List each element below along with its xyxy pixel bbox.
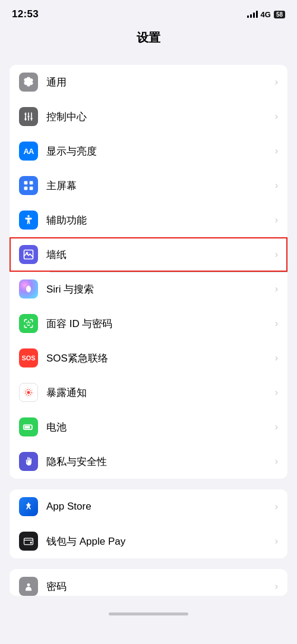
svg-point-24 [30, 542, 32, 544]
item-label-dianche: 电池 [46, 420, 275, 434]
exposure-icon [19, 383, 38, 402]
item-label-tongyong: 通用 [46, 76, 275, 89]
accessibility-icon [19, 211, 38, 230]
siri-icon [19, 279, 38, 299]
item-label-wallet: 钱包与 Apple Pay [46, 535, 275, 548]
settings-item-kongzhi[interactable]: 控制中心 › [10, 99, 287, 134]
item-label-xianshi: 显示与亮度 [46, 144, 275, 158]
page-title: 设置 [137, 31, 160, 44]
chevron-icon: › [275, 318, 278, 329]
item-label-sos: SOS紧急联络 [46, 351, 275, 365]
gear-icon [19, 73, 38, 92]
item-label-baolu: 暴露通知 [46, 386, 275, 400]
network-type: 4G [261, 10, 271, 19]
settings-item-tongyong[interactable]: 通用 › [10, 65, 287, 99]
sliders-icon [19, 107, 38, 126]
partial-icon [19, 577, 38, 596]
page-title-bar: 设置 [0, 25, 297, 54]
item-label-fuzhu: 辅助功能 [46, 213, 275, 227]
status-icons: 4G 58 [247, 10, 285, 19]
settings-item-qiangzhi[interactable]: 墙纸 › [10, 237, 287, 272]
chevron-icon: › [275, 111, 278, 122]
item-label-qiangzhi: 墙纸 [46, 248, 275, 262]
item-label-zhupingmu: 主屏幕 [46, 179, 275, 193]
appstore-icon [19, 497, 38, 516]
svg-rect-8 [30, 118, 32, 120]
settings-item-sos[interactable]: SOS SOS紧急联络 › [10, 341, 287, 375]
settings-item-fuzhu[interactable]: 辅助功能 › [10, 203, 287, 237]
chevron-icon: › [275, 353, 278, 363]
grid-icon [19, 176, 38, 195]
chevron-icon: › [275, 581, 278, 592]
home-bar [109, 612, 188, 615]
svg-rect-13 [30, 187, 33, 190]
settings-group-1: 通用 › 控制中心 › AA 显示与亮度 › [10, 65, 287, 479]
svg-rect-23 [24, 538, 33, 545]
settings-item-mima[interactable]: 密码 › [10, 569, 287, 596]
settings-item-wallet[interactable]: 钱包与 Apple Pay › [10, 524, 287, 558]
settings-group-3: 密码 › [10, 569, 287, 596]
settings-item-appstore[interactable]: App Store › [10, 489, 287, 524]
svg-point-17 [27, 287, 30, 291]
svg-rect-10 [24, 181, 28, 185]
aa-icon: AA [19, 142, 38, 161]
settings-item-faceid[interactable]: 面容 ID 与密码 › [10, 306, 287, 341]
item-label-faceid: 面容 ID 与密码 [46, 317, 275, 331]
settings-item-dianche[interactable]: 电池 › [10, 410, 287, 444]
hand-icon [19, 452, 38, 471]
chevron-icon: › [275, 501, 278, 512]
item-label-appstore: App Store [46, 501, 275, 513]
chevron-icon: › [275, 387, 278, 398]
svg-rect-2 [27, 115, 29, 117]
item-label-kongzhi: 控制中心 [46, 110, 275, 124]
wallpaper-icon [19, 245, 38, 264]
faceid-icon [19, 314, 38, 333]
svg-point-18 [27, 391, 30, 394]
chevron-icon: › [275, 536, 278, 546]
chevron-icon: › [275, 422, 278, 432]
chevron-icon: › [275, 215, 278, 225]
svg-rect-0 [24, 113, 26, 115]
wallet-icon [19, 532, 38, 551]
chevron-icon: › [275, 456, 278, 467]
chevron-icon: › [275, 284, 278, 294]
item-label-siri: Siri 与搜索 [46, 282, 275, 296]
svg-rect-22 [24, 426, 30, 428]
settings-item-baolu[interactable]: 暴露通知 › [10, 375, 287, 410]
home-indicator [0, 605, 297, 620]
item-label-mima: 密码 [46, 580, 275, 593]
chevron-icon: › [275, 146, 278, 156]
svg-rect-12 [24, 187, 28, 190]
settings-item-zhupingmu[interactable]: 主屏幕 › [10, 168, 287, 203]
svg-point-14 [27, 215, 29, 217]
signal-icon [247, 11, 258, 18]
item-label-yinsi: 隐私与安全性 [46, 455, 275, 469]
battery-badge: 58 [274, 11, 285, 18]
settings-item-yinsi[interactable]: 隐私与安全性 › [10, 444, 287, 479]
chevron-icon: › [275, 249, 278, 260]
status-time: 12:53 [12, 8, 39, 20]
chevron-icon: › [275, 180, 278, 191]
settings-group-2: App Store › 钱包与 Apple Pay › [10, 489, 287, 558]
sos-icon: SOS [19, 348, 38, 367]
svg-point-25 [27, 583, 30, 586]
status-bar: 12:53 4G 58 [0, 0, 297, 25]
settings-item-xianshi[interactable]: AA 显示与亮度 › [10, 134, 287, 168]
settings-item-siri[interactable]: Siri 与搜索 › [10, 272, 287, 306]
chevron-icon: › [275, 77, 278, 87]
svg-rect-11 [30, 181, 33, 185]
battery-icon [19, 417, 38, 436]
